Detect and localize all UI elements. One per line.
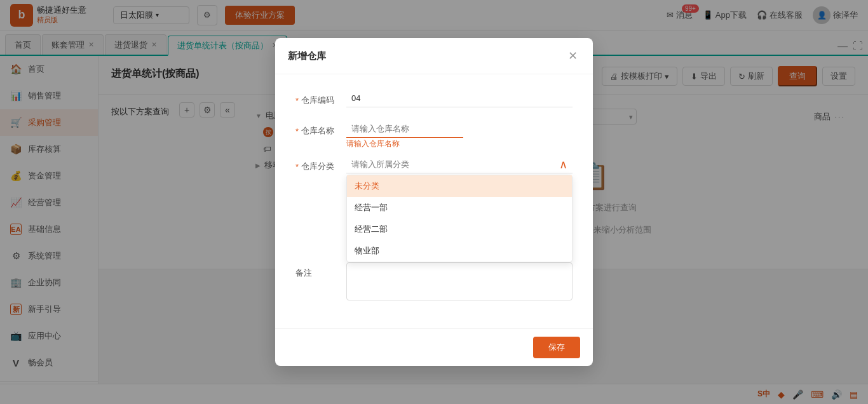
dialog-save-button[interactable]: 保存 (533, 337, 580, 358)
category-select-wrap: ∧ (346, 156, 573, 173)
note-label: 备注 (295, 262, 346, 279)
dialog-overlay[interactable]: 新增仓库 ✕ * 仓库编码 * 仓库名称 请输入仓库名称 (0, 0, 868, 404)
dropdown-item-uncategorized[interactable]: 未分类 (347, 175, 572, 197)
warehouse-note-input[interactable] (346, 262, 573, 300)
code-required-star: * (295, 96, 299, 105)
dialog-body: * 仓库编码 * 仓库名称 请输入仓库名称 * (275, 74, 593, 328)
name-required-star: * (295, 126, 299, 136)
category-required-star: * (295, 162, 299, 172)
dialog-title: 新增仓库 (288, 50, 326, 62)
warehouse-name-row: * 仓库名称 请输入仓库名称 (295, 120, 573, 138)
category-dropdown-list: 未分类 经营一部 经营二部 物业部 (346, 175, 573, 262)
name-error-message: 请输入仓库名称 (346, 138, 400, 149)
warehouse-code-row: * 仓库编码 (295, 90, 573, 107)
category-input[interactable] (346, 156, 573, 173)
category-dropdown-arrow[interactable]: ∧ (559, 158, 567, 172)
dropdown-item-ops1[interactable]: 经营一部 (347, 197, 572, 219)
dropdown-item-property[interactable]: 物业部 (347, 240, 572, 262)
dialog-header: 新增仓库 ✕ (275, 38, 593, 74)
dropdown-item-ops2[interactable]: 经营二部 (347, 219, 572, 240)
warehouse-note-row: 备注 (295, 262, 573, 300)
add-warehouse-dialog: 新增仓库 ✕ * 仓库编码 * 仓库名称 请输入仓库名称 (275, 38, 593, 366)
warehouse-category-row: * 仓库分类 ∧ 未分类 经营一部 经营二部 物业部 (295, 156, 573, 173)
warehouse-name-input[interactable] (346, 120, 463, 138)
category-label: * 仓库分类 (295, 156, 346, 172)
dialog-close-button[interactable]: ✕ (565, 48, 580, 64)
warehouse-code-input[interactable] (346, 90, 573, 107)
code-label: * 仓库编码 (295, 90, 346, 106)
name-label: * 仓库名称 (295, 120, 346, 137)
dialog-footer: 保存 (275, 328, 593, 366)
